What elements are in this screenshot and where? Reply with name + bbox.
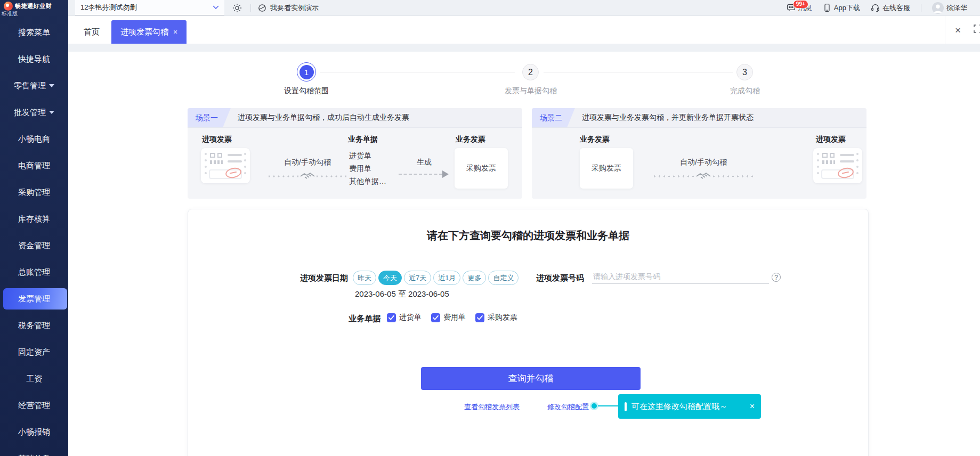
topbar-right-group: 消息 99+ App下载 在线客服 xyxy=(787,0,967,15)
content-top-strip xyxy=(68,44,980,52)
topbar: 12李艳芬测试勿删 我要看实例演示 消息 99 xyxy=(68,0,980,16)
form-title: 请在下方查询要勾稽的进项发票和业务单据 xyxy=(188,229,868,243)
step-1-circle: 1 xyxy=(297,62,316,82)
org-selector[interactable]: 12李艳芬测试勿删 xyxy=(75,0,224,15)
pill-yesterday[interactable]: 昨天 xyxy=(353,271,376,285)
tab-active[interactable]: 进项发票勾稽 × xyxy=(111,20,187,44)
close-icon[interactable]: × xyxy=(955,25,961,35)
demo-link-label: 我要看实例演示 xyxy=(270,3,319,13)
dotted-line xyxy=(653,175,694,177)
step-1-label: 设置勾稽范围 xyxy=(258,86,354,96)
sidebar-item-inventory[interactable]: 库存核算 xyxy=(0,206,68,232)
app-download-button[interactable]: App下载 xyxy=(823,3,860,13)
demo-globe-icon xyxy=(258,4,266,12)
pill-last7days[interactable]: 近7天 xyxy=(404,271,431,285)
chevron-down-icon xyxy=(213,5,219,10)
messages-button[interactable]: 消息 99+ xyxy=(787,3,812,13)
checkbox-expense-order[interactable]: 费用单 xyxy=(431,313,466,322)
match-handshake-row xyxy=(269,170,346,182)
checkbox-checked-icon xyxy=(387,313,396,322)
scenario-2-body: 业务发票 采购发票 自动/手动勾稽 进项发票 xyxy=(532,128,866,198)
sidebar-item-xiaochang-ecom[interactable]: 小畅电商 xyxy=(0,126,68,152)
dotted-line xyxy=(712,175,754,177)
guide-connector-line xyxy=(598,405,619,406)
selected-date-range: 2023-06-05 至 2023-06-05 xyxy=(355,289,449,299)
query-and-match-button[interactable]: 查询并勾稽 xyxy=(421,367,641,390)
user-menu[interactable]: 徐泽华 xyxy=(932,2,967,14)
qr-block xyxy=(210,160,223,164)
invoice-number-label: 进项发票号码 xyxy=(536,273,584,283)
checkbox-purchase-order[interactable]: 进货单 xyxy=(387,313,422,322)
online-service-label: 在线客服 xyxy=(882,3,910,13)
dotted-line xyxy=(269,175,298,177)
tooltip-accent-bar xyxy=(625,402,627,411)
invoice-date-label: 进项发票日期 xyxy=(297,273,348,283)
sidebar-item-expense[interactable]: 小畅报销 xyxy=(0,419,68,445)
checkbox-purchase-invoice[interactable]: 采购发票 xyxy=(475,313,517,322)
sidebar-item-payroll[interactable]: 工资 xyxy=(0,365,68,392)
brand-logo-icon xyxy=(4,2,13,11)
invoice-number-input[interactable] xyxy=(592,270,769,284)
messages-badge: 99+ xyxy=(793,0,808,9)
scenario-1-tag: 场景一 xyxy=(188,108,231,128)
brand-logo: 畅捷通好业财 标准版 xyxy=(0,0,68,18)
qr-block xyxy=(822,160,835,164)
sidebar-item-ledger[interactable]: 总账管理 xyxy=(0,259,68,286)
handshake-icon xyxy=(298,171,317,182)
headset-icon xyxy=(871,3,880,12)
sidebar-item-invoice-active[interactable]: 发票管理 xyxy=(0,286,68,312)
view-matched-invoice-list-link[interactable]: 查看勾稽发票列表 xyxy=(464,402,520,412)
business-doc-label: 业务单据 xyxy=(349,314,380,324)
tab-close-icon[interactable]: × xyxy=(173,28,177,36)
tooltip-text: 可在这里修改勾稽配置哦～ xyxy=(631,402,727,412)
help-icon[interactable]: ? xyxy=(772,273,781,282)
sidebar-item-fixed-assets[interactable]: 固定资产 xyxy=(0,339,68,365)
online-service-button[interactable]: 在线客服 xyxy=(871,3,910,13)
tabbar: 首页 进项发票勾稽 × × xyxy=(68,16,980,44)
stepper-line xyxy=(320,72,515,72)
scenario-2-tag: 场景二 xyxy=(532,108,575,128)
dotted-line xyxy=(317,175,346,177)
text-line xyxy=(840,154,854,156)
app-download-label: App下载 xyxy=(834,3,860,13)
demo-link[interactable]: 我要看实例演示 xyxy=(258,0,319,15)
sidebar-item-purchase[interactable]: 采购管理 xyxy=(0,179,68,206)
tooltip-close-icon[interactable]: × xyxy=(750,402,755,411)
sidebar-item-base-info[interactable]: 基础信息 xyxy=(0,445,68,456)
brand-name: 畅捷通好业财 xyxy=(15,2,52,10)
pill-last1month[interactable]: 近1月 xyxy=(433,271,460,285)
pill-custom[interactable]: 自定义 xyxy=(488,271,519,285)
generate-label: 生成 xyxy=(405,158,443,167)
modify-match-config-link[interactable]: 修改勾稽配置 xyxy=(547,402,589,412)
topbar-divider xyxy=(921,4,921,12)
qr-block xyxy=(822,153,828,158)
tab-home[interactable]: 首页 xyxy=(78,20,105,44)
sidebar-item-operations[interactable]: 经营管理 xyxy=(0,392,68,419)
guide-dot xyxy=(592,403,597,409)
text-line xyxy=(228,154,242,156)
sidebar-item-wholesale[interactable]: 批发管理 xyxy=(0,99,68,126)
qr-block xyxy=(217,153,222,158)
avatar xyxy=(932,2,944,14)
step-2-circle: 2 xyxy=(522,64,539,80)
text-line xyxy=(228,160,242,162)
doc-item: 费用单 xyxy=(349,162,386,175)
sidebar-item-retail[interactable]: 零售管理 xyxy=(0,72,68,99)
pill-today-active[interactable]: 今天 xyxy=(378,271,402,285)
pill-more[interactable]: 更多 xyxy=(463,271,486,285)
step-3-circle: 3 xyxy=(736,64,753,80)
sidebar-item-funds[interactable]: 资金管理 xyxy=(0,232,68,259)
sidebar-item-search-menu[interactable]: 搜索菜单 xyxy=(0,19,68,46)
business-doc-title: 业务单据 xyxy=(348,135,378,144)
sidebar-item-tax[interactable]: 税务管理 xyxy=(0,312,68,339)
query-form-card: 请在下方查询要勾稽的进项发票和业务单据 进项发票日期 昨天 今天 近7天 近1月… xyxy=(188,209,869,456)
match-mode-label: 自动/手动勾稽 xyxy=(666,158,741,167)
tabbar-window-buttons: × xyxy=(945,16,980,44)
settings-gear-icon[interactable] xyxy=(232,3,242,15)
fullscreen-corners-icon[interactable] xyxy=(974,25,980,35)
user-name: 徐泽华 xyxy=(946,3,967,13)
input-invoice-title: 进项发票 xyxy=(202,135,232,144)
sidebar-item-ecom[interactable]: 电商管理 xyxy=(0,152,68,179)
sidebar-item-quick-nav[interactable]: 快捷导航 xyxy=(0,46,68,72)
checkbox-checked-icon xyxy=(475,313,484,322)
